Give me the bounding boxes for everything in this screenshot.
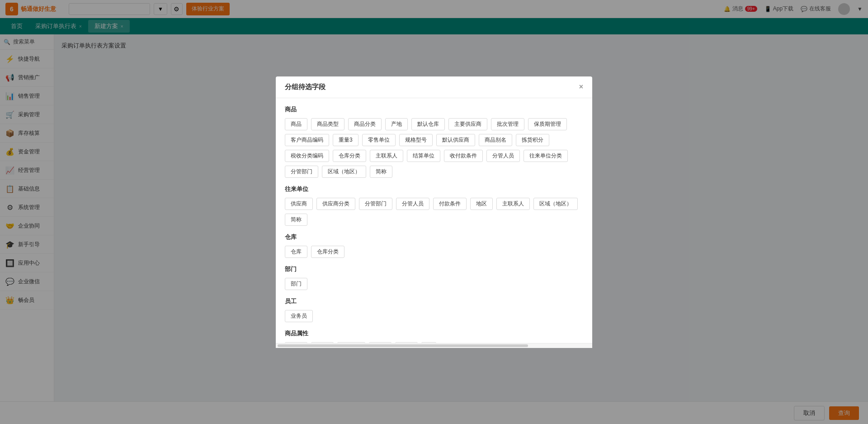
modal-close-button[interactable]: × [579,83,583,91]
section-employee-title: 员工 [285,297,583,305]
section-partners: 往来单位 供应商供应商分类分管部门分管人员付款条件地区主联系人区域（地区）简称 [285,185,583,226]
field-tag[interactable]: 分管人员 [486,150,520,162]
field-tag[interactable]: 仓库分类 [311,246,344,258]
field-tag[interactable]: 往来单位分类 [524,150,568,162]
section-department-title: 部门 [285,265,583,273]
field-tag[interactable]: 规格型号 [399,134,433,146]
section-partners-title: 往来单位 [285,185,583,193]
field-tag[interactable]: 商品 [285,118,307,130]
field-tag[interactable]: 简称 [285,214,307,226]
field-tag[interactable]: 默认仓库 [411,118,445,130]
field-tag[interactable]: 简称 [370,166,392,178]
employee-field-tags: 业务员 [285,310,583,322]
field-tag[interactable]: 商品分类 [348,118,382,130]
field-tag[interactable]: 地区 [470,198,493,210]
department-field-tags: 部门 [285,278,583,290]
modal-body: 商品 商品商品类型商品分类产地默认仓库主要供应商批次管理保质期管理客户商品编码重… [276,98,592,343]
field-tag[interactable]: 拣货积分 [516,134,549,146]
field-tag[interactable]: 仓库分类 [333,150,366,162]
field-tag[interactable]: 零售单位 [362,134,396,146]
field-tag[interactable]: 默认供应商 [436,134,475,146]
field-selection-modal: 分组待选字段 × 商品 商品商品类型商品分类产地默认仓库主要供应商批次管理保质期… [276,76,592,348]
goods-field-tags: 商品商品类型商品分类产地默认仓库主要供应商批次管理保质期管理客户商品编码重量3零… [285,118,583,178]
field-tag[interactable]: 保质期管理 [528,118,567,130]
field-tag[interactable]: 税收分类编码 [285,150,329,162]
partners-field-tags: 供应商供应商分类分管部门分管人员付款条件地区主联系人区域（地区）简称 [285,198,583,226]
field-tag[interactable]: 供应商 [285,198,313,210]
modal-horizontal-scrollbar[interactable] [276,343,592,348]
field-tag[interactable]: 区域（地区） [322,166,366,178]
field-tag[interactable]: 主联系人 [370,150,403,162]
field-tag[interactable]: 主联系人 [496,198,530,210]
field-tag[interactable]: 收付款条件 [444,150,483,162]
section-department: 部门 部门 [285,265,583,290]
field-tag[interactable]: 部门 [285,278,307,290]
field-tag[interactable]: 产地 [385,118,408,130]
section-employee: 员工 业务员 [285,297,583,322]
section-warehouse: 仓库 仓库仓库分类 [285,233,583,258]
section-product-attr: 商品属性 属性颜色多规格尺码鞋码1 [285,329,583,343]
section-product-attr-title: 商品属性 [285,329,583,338]
field-tag[interactable]: 批次管理 [491,118,524,130]
field-tag[interactable]: 供应商分类 [316,198,355,210]
modal-overlay: 分组待选字段 × 商品 商品商品类型商品分类产地默认仓库主要供应商批次管理保质期… [0,0,868,424]
field-tag[interactable]: 主要供应商 [448,118,487,130]
field-tag[interactable]: 重量3 [333,134,359,146]
section-goods-title: 商品 [285,105,583,114]
warehouse-field-tags: 仓库仓库分类 [285,246,583,258]
section-goods: 商品 商品商品类型商品分类产地默认仓库主要供应商批次管理保质期管理客户商品编码重… [285,105,583,178]
field-tag[interactable]: 商品别名 [479,134,512,146]
field-tag[interactable]: 分管部门 [359,198,392,210]
section-warehouse-title: 仓库 [285,233,583,241]
scrollbar-thumb [278,344,528,347]
modal-header: 分组待选字段 × [276,76,592,98]
field-tag[interactable]: 分管人员 [396,198,429,210]
field-tag[interactable]: 客户商品编码 [285,134,329,146]
field-tag[interactable]: 仓库 [285,246,307,258]
field-tag[interactable]: 业务员 [285,310,313,322]
field-tag[interactable]: 结算单位 [407,150,440,162]
modal-title: 分组待选字段 [285,83,326,91]
field-tag[interactable]: 分管部门 [285,166,318,178]
field-tag[interactable]: 区域（地区） [533,198,578,210]
field-tag[interactable]: 商品类型 [311,118,344,130]
field-tag[interactable]: 付款条件 [433,198,467,210]
